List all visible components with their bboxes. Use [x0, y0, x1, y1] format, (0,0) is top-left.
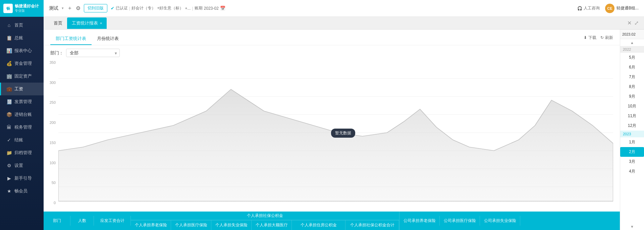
y-label-100: 100 [44, 161, 56, 165]
download-icon: ⬇ [584, 35, 587, 40]
month-2022-12[interactable]: 12月 [620, 121, 644, 131]
y-label-0: 0 [44, 201, 56, 205]
nav-label-assets: 固定资产 [14, 73, 32, 79]
topbar-dropdown-icon[interactable]: ▾ [62, 6, 64, 10]
nav-label-funds: 资金管理 [14, 60, 32, 66]
good-biz-label: +好生意（标） [157, 5, 183, 11]
nav-label-settings: 设置 [14, 163, 23, 169]
avatar: CE [605, 4, 614, 13]
date-display: 2023.02 [622, 32, 636, 36]
nav-icon-invoices: 🧾 [6, 99, 12, 104]
month-2022-05[interactable]: 5月 [620, 53, 644, 62]
sidebar-item-funds[interactable]: 💰资金管理 [0, 57, 44, 70]
tab-close-btn[interactable]: × [100, 21, 102, 25]
nav-label-payroll: 工资 [14, 86, 23, 92]
col-total-wage: 应发工资合计 [94, 216, 131, 226]
month-2022-06[interactable]: 6月 [620, 62, 644, 72]
month-2023-02[interactable]: 2月 [620, 147, 644, 157]
refresh-icon: ↻ [600, 35, 604, 40]
period-value: 2023-02 [204, 6, 219, 11]
certified-icon: ✔ [111, 6, 114, 11]
month-2023-04[interactable]: 4月 [620, 167, 644, 176]
nav-icon-sales: 📦 [6, 112, 12, 117]
topbar: 测试 ▾ ＋ ⚙ 切到旧版 ✔ 已认证 | 好会计（专） +好生意（标） +..… [44, 0, 644, 17]
month-2023-03[interactable]: 3月 [620, 157, 644, 167]
certified-label: 已认证 [116, 5, 128, 11]
month-2022-09[interactable]: 9月 [620, 92, 644, 101]
col-personal-large-medical: 个人承担大额医疗 [252, 220, 292, 230]
sidebar-item-tax[interactable]: 🏛税务管理 [0, 121, 44, 134]
switch-old-version-btn[interactable]: 切到旧版 [84, 4, 107, 12]
sub-tab-month[interactable]: 月份统计表 [92, 33, 124, 45]
user-name: 轻捷通B组... [616, 5, 639, 11]
sidebar-item-closing[interactable]: ✓结账 [0, 134, 44, 146]
dept-select[interactable]: 全部 [66, 49, 120, 57]
sidebar-item-home[interactable]: ⌂首页 [0, 19, 44, 32]
help-btn[interactable]: 🎧 人工咨询 [577, 5, 600, 11]
user-menu[interactable]: CE 轻捷通B组... [605, 4, 639, 13]
sidebar-item-sales[interactable]: 📦进销台账 [0, 108, 44, 121]
nav-label-ledger: 总账 [14, 35, 23, 41]
tab-payroll-report[interactable]: 工资统计报表 × [67, 17, 107, 29]
nav-icon-closing: ✓ [6, 137, 12, 143]
topbar-settings-btn[interactable]: ⚙ [76, 5, 80, 11]
col-count: 人数 [70, 216, 94, 226]
nav-label-archive: 归档管理 [14, 150, 32, 156]
tab-home[interactable]: 首页 [49, 17, 67, 29]
date-scroll-up-btn[interactable]: ▲ [620, 39, 644, 46]
sidebar-item-members[interactable]: ★畅会员 [0, 185, 44, 197]
month-2022-07[interactable]: 7月 [620, 72, 644, 82]
dept-label: 部门： [50, 50, 63, 56]
col-personal-total: 个人承担社保公积金合计 [345, 220, 399, 230]
date-header: 2023.02 [620, 30, 644, 39]
y-axis: 0 50 100 150 200 250 300 350 [44, 60, 57, 205]
content-area: 首页 工资统计报表 × ✕ ⤢ 部门工资统计表 月份统计 [44, 17, 644, 230]
y-label-200: 200 [44, 121, 56, 125]
nav-icon-assets: 🏢 [6, 74, 12, 79]
col-personal-housing: 个人承担住房公积金 [292, 220, 345, 230]
sidebar-item-settings[interactable]: ⚙设置 [0, 159, 44, 172]
sidebar-item-invoices[interactable]: 🧾发票管理 [0, 95, 44, 108]
date-scroll-down-btn[interactable]: ▼ [620, 223, 644, 230]
col-personal-pension: 个人承担养老保险 [131, 220, 171, 230]
headset-icon: 🎧 [577, 6, 582, 11]
sidebar-item-archive[interactable]: 📁归档管理 [0, 146, 44, 159]
sidebar-item-assets[interactable]: 🏢固定资产 [0, 70, 44, 83]
refresh-btn[interactable]: ↻ 刷新 [600, 35, 613, 41]
topbar-add-btn[interactable]: ＋ [67, 5, 72, 12]
y-label-150: 150 [44, 141, 56, 145]
sidebar-item-guide[interactable]: ▶新手引导 [0, 172, 44, 185]
date-panel: 2023.02 ▲ 2022 5月 6月 7月 8月 9月 10月 11月 12… [620, 30, 644, 230]
col-company-pension: 公司承担养老保险 [399, 216, 440, 226]
topbar-title: 测试 [49, 5, 58, 11]
nav-icon-funds: 💰 [6, 61, 12, 66]
nav-icon-tax: 🏛 [6, 125, 12, 130]
month-2022-08[interactable]: 8月 [620, 82, 644, 92]
nav-icon-archive: 📁 [6, 150, 12, 155]
period-label: 账期 [195, 5, 203, 11]
sub-tab-actions: ⬇ 下载 ↻ 刷新 [584, 35, 613, 43]
sidebar-item-reports[interactable]: 📊报表中心 [0, 44, 44, 57]
col-personal-medical: 个人承担医疗保险 [171, 220, 211, 230]
calendar-icon[interactable]: 📅 [220, 6, 225, 11]
month-2022-11[interactable]: 11月 [620, 111, 644, 121]
nav-label-tax: 税务管理 [14, 124, 32, 130]
download-btn[interactable]: ⬇ 下载 [584, 35, 596, 41]
nav-label-invoices: 发票管理 [14, 99, 32, 105]
col-company-unemployment: 公司承担失业保险 [480, 216, 520, 226]
more-label: +... [185, 6, 191, 11]
chart-area: 0 50 100 150 200 250 300 350 [44, 60, 620, 212]
y-label-300: 300 [44, 81, 56, 85]
col-group-personal: 个人承担社保公积金 个人承担养老保险 个人承担医疗保险 个人承担失业保险 个人承… [131, 212, 399, 230]
maximize-btn[interactable]: ⤢ [634, 20, 639, 26]
sidebar-item-payroll[interactable]: 💼工资 [0, 83, 44, 95]
sub-tab-dept[interactable]: 部门工资统计表 [50, 33, 92, 45]
left-panel: 部门工资统计表 月份统计表 ⬇ 下载 ↻ 刷新 [44, 30, 620, 230]
month-2022-10[interactable]: 10月 [620, 101, 644, 111]
close-panel-btn[interactable]: ✕ [627, 20, 632, 26]
month-2023-01[interactable]: 1月 [620, 137, 644, 147]
sidebar-item-ledger[interactable]: 📋总账 [0, 32, 44, 44]
nav-label-home: 首页 [14, 22, 23, 28]
year-2022: 2022 [620, 46, 644, 53]
good-account-label: 好会计（专） [131, 5, 156, 11]
